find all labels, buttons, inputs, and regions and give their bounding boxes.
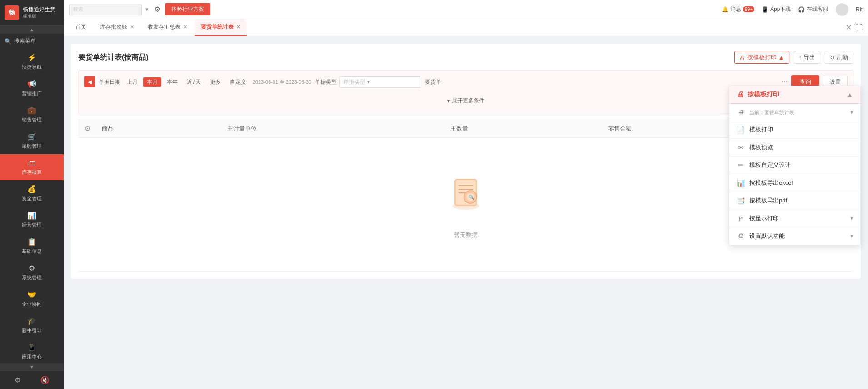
tabbar-close-icon[interactable]: ✕ xyxy=(846,23,852,32)
page-header: 要货单统计表(按商品) 🖨 按模板打印 ▲ ↑ 导出 ↻ 刷新 xyxy=(78,51,853,64)
sidebar-item-finance[interactable]: 💰 资金管理 xyxy=(0,180,64,207)
refresh-icon: ↻ xyxy=(830,54,835,61)
scroll-up[interactable]: ▲ xyxy=(0,26,64,34)
sidebar-item-operations[interactable]: 📊 经营管理 xyxy=(0,207,64,233)
main-content: 搜索 ▾ ⚙ 体验行业方案 🔔 消息 99+ 📱 App下载 🎧 在线客服 Ri… xyxy=(64,0,868,389)
search-icon: 🔍 xyxy=(5,38,11,45)
dropdown-display-print[interactable]: 🖥 按显示打印 ▾ xyxy=(729,210,860,227)
current-template-arrow: ▾ xyxy=(850,109,853,116)
print-template-button[interactable]: 🖨 按模板打印 ▲ xyxy=(734,51,789,64)
date-tab-current-year[interactable]: 本年 xyxy=(163,77,181,87)
headset-icon: 🎧 xyxy=(798,6,805,13)
messages-item[interactable]: 🔔 消息 99+ xyxy=(722,5,754,13)
preview-template-icon: 👁 xyxy=(737,144,745,152)
printer-icon: 🖨 xyxy=(739,54,745,61)
dropdown-print-template[interactable]: 📄 模板打印 xyxy=(729,121,860,139)
tab-home[interactable]: 首页 xyxy=(69,19,93,36)
sidebar-item-quick-nav[interactable]: ⚡ 快捷导航 xyxy=(0,49,64,75)
logo-text: 畅捷通好生意 标准版 xyxy=(23,6,55,20)
collab-icon: 🤝 xyxy=(27,290,36,299)
purchase-icon: 🛒 xyxy=(27,132,36,141)
print-template-arrow-up: ▲ xyxy=(778,54,784,61)
tab-batch-ledger[interactable]: 库存批次账 ✕ xyxy=(94,19,140,36)
filter-order-type: 单据类型 单据类型 ▾ xyxy=(315,76,421,88)
date-tab-last-7days[interactable]: 近7天 xyxy=(183,77,205,87)
app-download-item[interactable]: 📱 App下载 xyxy=(762,5,791,13)
user-avatar[interactable] xyxy=(836,3,848,16)
dropdown-design-template[interactable]: ✏ 模板自定义设计 xyxy=(729,157,860,174)
tab-order-stats-close[interactable]: ✕ xyxy=(236,24,240,30)
order-type-placeholder: 单据类型 xyxy=(344,78,365,86)
order-type-select[interactable]: 单据类型 ▾ xyxy=(339,76,421,88)
page-content: 要货单统计表(按商品) 🖨 按模板打印 ▲ ↑ 导出 ↻ 刷新 xyxy=(64,36,868,389)
dropdown-current-template[interactable]: 🖨 当前：要货单统计表 ▾ xyxy=(729,104,860,121)
refresh-button[interactable]: ↻ 刷新 xyxy=(825,51,853,64)
online-service-item[interactable]: 🎧 在线客服 xyxy=(798,5,828,13)
more-options-icon[interactable]: ··· xyxy=(782,78,788,86)
tab-order-stats[interactable]: 要货单统计表 ✕ xyxy=(195,19,247,36)
logo-icon: 畅 xyxy=(5,5,19,20)
tabbar-right: ✕ ⛶ xyxy=(846,23,863,32)
date-tab-more[interactable]: 更多 xyxy=(206,77,224,87)
sidebar-item-system[interactable]: ⚙ 系统管理 xyxy=(0,259,64,286)
topbar-search-text: 搜索 xyxy=(73,6,83,13)
dropdown-preview-template[interactable]: 👁 模板预览 xyxy=(729,139,860,157)
display-print-icon: 🖥 xyxy=(737,215,745,222)
scroll-down[interactable]: ▼ xyxy=(0,363,64,371)
empty-illustration: 🔍 xyxy=(443,170,489,215)
mute-icon[interactable]: 🔇 xyxy=(40,376,50,384)
topbar-left: 搜索 ▾ ⚙ xyxy=(69,4,160,15)
phone-icon: 📱 xyxy=(762,6,768,13)
trial-industry-button[interactable]: 体验行业方案 xyxy=(165,3,210,15)
topbar: 搜索 ▾ ⚙ 体验行业方案 🔔 消息 99+ 📱 App下载 🎧 在线客服 Ri… xyxy=(64,0,868,19)
filter-collapse-btn[interactable]: ◀ xyxy=(84,76,95,87)
topbar-search-display[interactable]: 搜索 xyxy=(69,4,142,15)
dropdown-export-pdf[interactable]: 📑 按模板导出pdf xyxy=(729,192,860,210)
messages-badge: 99+ xyxy=(743,6,754,12)
date-tab-current-month[interactable]: 本月 xyxy=(143,77,161,87)
sidebar-item-collab[interactable]: 🤝 企业协同 xyxy=(0,286,64,312)
date-range-display: 2023-06-01 至 2023-06-30 xyxy=(253,79,312,86)
finance-icon: 💰 xyxy=(27,185,36,193)
date-tab-last-month[interactable]: 上月 xyxy=(123,77,141,87)
settings-bottom-icon[interactable]: ⚙ xyxy=(15,376,21,384)
print-template-icon: 📄 xyxy=(737,126,745,134)
dropdown-printer-icon: 🖨 xyxy=(737,91,744,99)
sidebar-item-appstore[interactable]: 📱 应用中心 xyxy=(0,338,64,363)
design-template-icon: ✏ xyxy=(737,161,745,169)
order-type-arrow: ▾ xyxy=(367,79,370,85)
sidebar-item-sales[interactable]: 💼 销售管理 xyxy=(0,101,64,128)
dropdown-close-btn[interactable]: ▲ xyxy=(847,91,853,98)
dropdown-export-excel[interactable]: 📊 按模板导出excel xyxy=(729,174,860,192)
sidebar-item-purchase[interactable]: 🛒 采购管理 xyxy=(0,128,64,154)
date-tab-custom[interactable]: 自定义 xyxy=(226,77,250,87)
topbar-dropdown-icon[interactable]: ▾ xyxy=(145,6,149,13)
sidebar-item-inventory[interactable]: 🗃 库存核算 xyxy=(0,154,64,180)
filter-order-goods: 要货单 xyxy=(425,78,441,86)
page-actions: 🖨 按模板打印 ▲ ↑ 导出 ↻ 刷新 xyxy=(734,51,853,64)
sidebar-item-basic[interactable]: 📋 基础信息 xyxy=(0,233,64,259)
tab-receipts-summary[interactable]: 收发存汇总表 ✕ xyxy=(141,19,194,36)
expand-more-btn[interactable]: ▾ 展开更多条件 xyxy=(443,95,489,106)
topbar-gear-icon[interactable]: ⚙ xyxy=(154,5,160,14)
dropdown-header: 🖨 按模板打印 ▲ xyxy=(729,86,860,104)
sidebar-logo: 畅 畅捷通好生意 标准版 xyxy=(0,0,64,26)
filter-expand-icon-area: ◀ 单据日期 上月 本月 本年 近7天 更多 自定义 2023-0 xyxy=(84,76,774,88)
tab-batch-ledger-close[interactable]: ✕ xyxy=(130,24,134,30)
export-button[interactable]: ↑ 导出 xyxy=(794,51,821,64)
col-quantity: 主数量 xyxy=(445,120,603,138)
set-default-arrow: ▾ xyxy=(850,233,853,239)
sidebar: 畅 畅捷通好生意 标准版 ▲ 🔍 搜索菜单 ⚡ 快捷导航 📢 营销推广 💼 销售… xyxy=(0,0,64,389)
column-settings-icon[interactable]: ⚙ xyxy=(85,125,90,132)
tabbar-expand-icon[interactable]: ⛶ xyxy=(855,24,863,32)
filter-date: 单据日期 上月 本月 本年 近7天 更多 自定义 2023-06-01 至 20… xyxy=(99,77,311,87)
expand-icon: ▾ xyxy=(447,98,450,104)
dropdown-set-default[interactable]: ⚙ 设置默认功能 ▾ xyxy=(729,227,860,245)
sidebar-item-newbie[interactable]: 🎓 新手引导 xyxy=(0,312,64,338)
svg-text:🔍: 🔍 xyxy=(469,194,474,200)
date-tabs: 上月 本月 本年 近7天 更多 自定义 xyxy=(123,77,250,87)
tab-receipts-summary-close[interactable]: ✕ xyxy=(183,24,187,30)
print-dropdown-menu: 🖨 按模板打印 ▲ 🖨 当前：要货单统计表 ▾ 📄 模板打印 👁 xyxy=(729,86,861,246)
sidebar-item-marketing[interactable]: 📢 营销推广 xyxy=(0,75,64,101)
sidebar-search[interactable]: 🔍 搜索菜单 xyxy=(0,34,64,49)
